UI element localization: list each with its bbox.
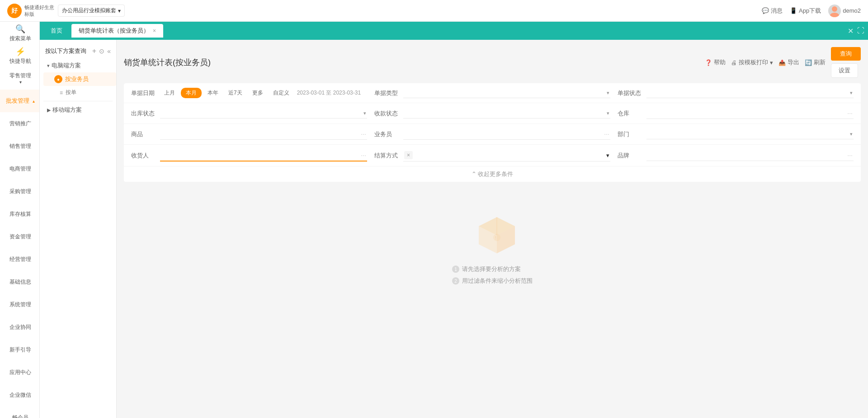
message-button[interactable]: 💬 消息 xyxy=(762,7,783,15)
receive-status-chevron-icon: ▾ xyxy=(607,110,609,116)
sidebar-item-basic-info[interactable]: 基础信息 xyxy=(0,271,39,293)
avatar xyxy=(828,5,841,17)
sidebar-item-finance[interactable]: 资金管理 xyxy=(0,225,39,248)
scheme-group-desktop-title[interactable]: ▾ 电脑端方案 xyxy=(43,59,116,72)
sidebar-item-operations[interactable]: 经营管理 xyxy=(0,248,39,271)
scheme-group-mobile-title[interactable]: ▶ 移动端方案 xyxy=(43,103,116,117)
sidebar-item-quicknav[interactable]: ⚡ 快捷导航 xyxy=(0,44,39,67)
sidebar-item-cooperation[interactable]: 企业协同 xyxy=(0,316,39,338)
sidebar-item-marketing[interactable]: 营销推广 xyxy=(0,112,39,135)
payment-tag-close[interactable]: × xyxy=(407,152,410,158)
sidebar-item-retail[interactable]: 零售管理 ▾ xyxy=(0,67,39,90)
consignee-dots[interactable]: ··· xyxy=(361,152,366,159)
filter-row-3: 商品 ··· 业务员 ··· xyxy=(124,124,861,145)
user-profile[interactable]: demo2 xyxy=(828,5,861,17)
tab-bar: 首页 销货单统计表（按业务员） × ✕ ⛶ xyxy=(40,22,868,40)
sidebar-item-inventory[interactable]: 库存核算 xyxy=(0,203,39,225)
query-buttons: 查询 设置 xyxy=(831,47,861,78)
arrow-icon: ▾ xyxy=(19,80,22,85)
payment-filter: 结算方式 × ▾ xyxy=(374,149,610,162)
scheme-subitem-order[interactable]: ≡ 按单 xyxy=(43,86,116,99)
collapse-button[interactable]: ⌃ 收起更多条件 xyxy=(124,166,861,182)
chevron-down-icon: ▾ xyxy=(47,63,50,69)
filter-row-1: 单据日期 上月 本月 本年 近7天 更多 自定义 2023-03-01 至 20… xyxy=(124,83,861,103)
logo-text: 畅捷通好生意 标版 xyxy=(24,4,54,17)
sidebar-item-appcenter[interactable]: 应用中心 xyxy=(0,361,39,384)
status-label: 单据状态 xyxy=(618,89,643,97)
lightning-icon: ⚡ xyxy=(15,47,25,57)
header-right: 💬 消息 📱 App下载 demo2 xyxy=(762,5,861,17)
collapse-panel-button[interactable]: « xyxy=(107,48,111,55)
scheme-group-mobile: ▶ 移动端方案 xyxy=(40,103,116,117)
print-icon: 🖨 xyxy=(731,59,737,66)
tab-home[interactable]: 首页 xyxy=(43,24,70,38)
refresh-button[interactable]: 🔄 刷新 xyxy=(805,58,826,66)
template-print-button[interactable]: 🖨 按模板打印 ▾ xyxy=(731,58,773,66)
settings-button[interactable]: 设置 xyxy=(831,63,858,78)
warehouse-dots[interactable]: ··· xyxy=(847,109,853,117)
help-icon: ❓ xyxy=(705,59,712,66)
add-scheme-button[interactable]: + xyxy=(92,47,96,55)
tab-active[interactable]: 销货单统计表（按业务员） × xyxy=(71,24,163,38)
brand-dots[interactable]: ··· xyxy=(847,152,853,159)
download-icon: 📱 xyxy=(790,7,797,14)
sidebar-item-vip[interactable]: 畅会员 xyxy=(0,406,39,418)
content-inner: 按以下方案查询 + ⊙ « ▾ 电脑端方案 ● 按业务员 xyxy=(40,40,868,418)
type-filter-item: 单据类型 ▾ xyxy=(374,88,610,98)
svg-point-7 xyxy=(493,234,500,241)
sidebar-item-search[interactable]: 🔍 搜索菜单 xyxy=(0,22,39,44)
help-button[interactable]: ❓ 帮助 xyxy=(705,58,726,66)
out-status-filter: 出库状态 ▾ xyxy=(131,109,367,119)
out-status-chevron-icon: ▾ xyxy=(363,110,366,116)
filter-row-4: 收货人 ··· 结算方式 × xyxy=(124,145,861,166)
collapse-chevron-icon: ⌃ xyxy=(472,171,476,177)
goods-label: 商品 xyxy=(131,130,156,138)
empty-state: ! 1 请先选择要分析的方案 2 用过滤条件来缩小分析范围 xyxy=(124,185,861,312)
edit-scheme-button[interactable]: ⊙ xyxy=(99,48,104,55)
date-tab-7days[interactable]: 近7天 xyxy=(224,88,246,98)
date-tab-this-month[interactable]: 本月 xyxy=(181,88,202,98)
status-select[interactable]: ▾ xyxy=(646,88,854,98)
svg-point-0 xyxy=(832,6,837,12)
tab-close-button[interactable]: × xyxy=(153,28,156,34)
scheme-group-desktop: ▾ 电脑端方案 ● 按业务员 ≡ 按单 xyxy=(40,59,116,99)
sidebar-item-newbie[interactable]: 新手引导 xyxy=(0,338,39,361)
consignee-filter: 收货人 ··· xyxy=(131,150,367,162)
receive-status-select[interactable]: ▾ xyxy=(403,109,610,119)
chevron-down-icon: ▾ xyxy=(118,8,121,14)
query-button[interactable]: 查询 xyxy=(831,47,861,61)
brand-label: 品牌 xyxy=(618,152,643,160)
date-tab-more[interactable]: 更多 xyxy=(248,88,267,98)
sidebar-item-weixin[interactable]: 企业微信 xyxy=(0,384,39,406)
sidebar-item-purchase[interactable]: 采购管理 xyxy=(0,180,39,203)
main-layout: 🔍 搜索菜单 ⚡ 快捷导航 零售管理 ▾ 批发管理 ▴ 营销推广 销售管理 电商… xyxy=(0,22,868,418)
goods-filter: 商品 ··· xyxy=(131,128,367,140)
payment-chevron-icon: ▾ xyxy=(606,152,609,159)
scheme-item-salesperson[interactable]: ● 按业务员 xyxy=(43,72,116,86)
salesperson-label: 业务员 xyxy=(374,130,400,138)
tab-maximize-button[interactable]: ⛶ xyxy=(857,27,864,35)
app-download-button[interactable]: 📱 App下载 xyxy=(790,7,821,15)
export-icon: 📤 xyxy=(778,59,786,66)
salesperson-dots[interactable]: ··· xyxy=(604,130,609,138)
type-chevron-icon: ▾ xyxy=(607,90,609,96)
logo-icon: 好 xyxy=(7,4,22,18)
department-select[interactable]: ▾ xyxy=(646,129,854,139)
status-filter-item: 单据状态 ▾ xyxy=(618,88,854,98)
panel-actions: + ⊙ « xyxy=(92,47,111,55)
tab-close-window-button[interactable]: ✕ xyxy=(848,27,854,35)
sidebar-item-sales[interactable]: 销售管理 xyxy=(0,135,39,157)
date-tab-last-month[interactable]: 上月 xyxy=(160,88,179,98)
goods-dots[interactable]: ··· xyxy=(361,130,366,138)
sidebar-item-system[interactable]: 系统管理 xyxy=(0,293,39,316)
salesperson-filter: 业务员 ··· xyxy=(374,128,610,140)
workspace-selector[interactable]: 办公用品行业模拟账套 ▾ xyxy=(58,5,125,17)
export-button[interactable]: 📤 导出 xyxy=(778,58,799,66)
type-select[interactable]: ▾ xyxy=(403,88,610,98)
page-title: 销货单统计表(按业务员) xyxy=(124,57,211,68)
sidebar-item-wholesale[interactable]: 批发管理 ▴ xyxy=(0,90,39,112)
sidebar-item-ecommerce[interactable]: 电商管理 xyxy=(0,157,39,180)
date-tab-custom[interactable]: 自定义 xyxy=(269,88,293,98)
date-tab-this-year[interactable]: 本年 xyxy=(203,88,222,98)
out-status-select[interactable]: ▾ xyxy=(160,109,367,119)
